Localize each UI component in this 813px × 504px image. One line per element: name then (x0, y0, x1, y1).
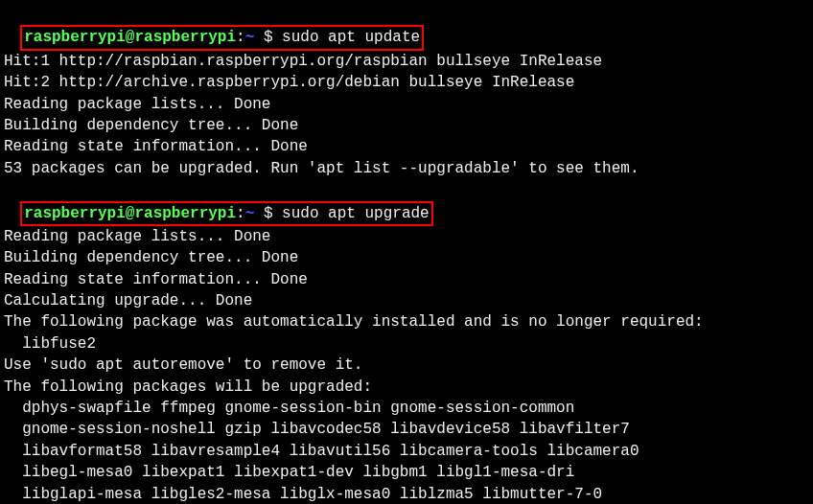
dollar-sign: $ (254, 29, 282, 46)
terminal-output: The following package was automatically … (4, 311, 809, 332)
terminal-output: libegl-mesa0 libexpat1 libexpat1-dev lib… (4, 462, 809, 483)
command-input[interactable]: sudo apt upgrade (282, 205, 430, 222)
colon: : (236, 205, 245, 222)
terminal-output: Reading package lists... Done (4, 94, 809, 115)
terminal-output: libavformat58 libavresample4 libavutil56… (4, 441, 809, 462)
terminal-output: Reading state information... Done (4, 136, 809, 157)
terminal-output: Hit:1 http://raspbian.raspberrypi.org/ra… (4, 51, 809, 72)
terminal-output: Use 'sudo apt autoremove' to remove it. (4, 355, 809, 376)
prompt-host: raspberrypi (134, 205, 236, 222)
colon: : (236, 29, 245, 46)
command-input[interactable]: sudo apt update (282, 29, 420, 46)
prompt-path: ~ (245, 29, 255, 46)
terminal-output: gnome-session-noshell gzip libavcodec58 … (4, 419, 809, 440)
prompt-host: raspberrypi (134, 29, 236, 46)
terminal-output: Building dependency tree... Done (4, 247, 809, 268)
terminal-output: dphys-swapfile ffmpeg gnome-session-bin … (4, 398, 809, 419)
terminal-output: libglapi-mesa libgles2-mesa libglx-mesa0… (4, 484, 809, 504)
prompt-user: raspberrypi (24, 29, 126, 46)
terminal-output: Reading state information... Done (4, 269, 809, 290)
terminal-output: Building dependency tree... Done (4, 115, 809, 136)
highlight-box-1: raspberrypi@raspberrypi:~ $ sudo apt upd… (20, 25, 424, 50)
terminal-output: Hit:2 http://archive.raspberrypi.org/deb… (4, 72, 809, 93)
highlight-box-2: raspberrypi@raspberrypi:~ $ sudo apt upg… (20, 201, 433, 226)
prompt-line-1: raspberrypi@raspberrypi:~ $ sudo apt upd… (4, 4, 809, 51)
dollar-sign: $ (254, 205, 282, 222)
prompt-path: ~ (245, 205, 255, 222)
terminal-output: libfuse2 (4, 333, 809, 355)
at-sign: @ (126, 205, 135, 222)
terminal-output: The following packages will be upgraded: (4, 377, 809, 398)
terminal-output: 53 packages can be upgraded. Run 'apt li… (4, 158, 809, 179)
at-sign: @ (126, 29, 135, 46)
terminal-output: Calculating upgrade... Done (4, 290, 809, 311)
terminal-output: Reading package lists... Done (4, 226, 809, 247)
prompt-line-2: raspberrypi@raspberrypi:~ $ sudo apt upg… (4, 179, 809, 226)
prompt-user: raspberrypi (24, 205, 126, 222)
